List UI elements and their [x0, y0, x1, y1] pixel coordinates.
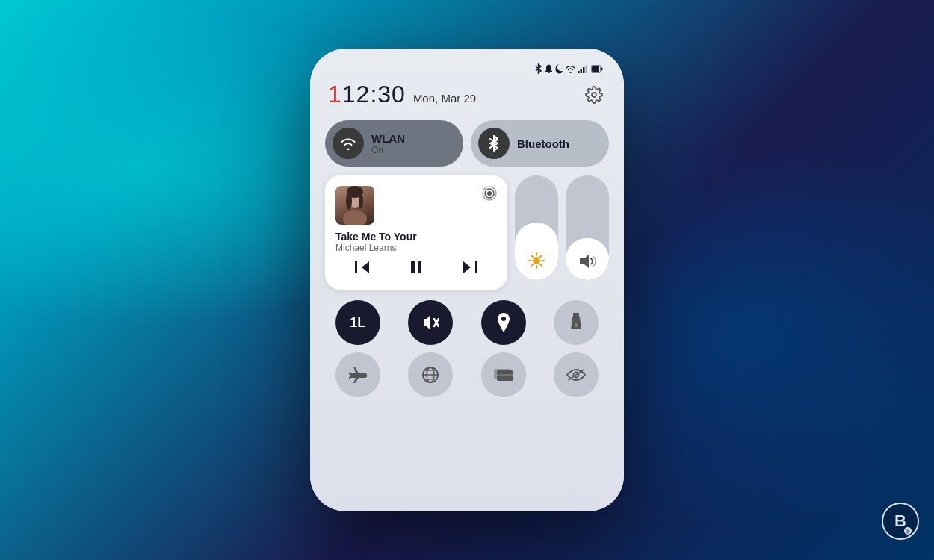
time-row: 112:30 Mon, Mar 29 — [325, 81, 609, 108]
album-art — [335, 186, 374, 225]
data-icon — [421, 367, 439, 383]
moon-status-icon — [555, 64, 563, 76]
time-date-group: 112:30 Mon, Mar 29 — [328, 81, 476, 108]
bluetooth-text: Bluetooth — [517, 137, 569, 150]
eye-icon — [566, 367, 586, 382]
location-icon — [495, 313, 512, 332]
wlan-toggle[interactable]: WLAN On — [325, 120, 463, 167]
artist-name: Michael Learns — [335, 243, 497, 253]
wlan-text: WLAN On — [371, 132, 405, 155]
bluetooth-icon — [478, 128, 510, 159]
flashlight-icon — [569, 313, 583, 332]
svg-text:B: B — [894, 511, 906, 530]
time-red-digit: 1 — [328, 81, 342, 108]
media-top — [335, 186, 497, 225]
data-button[interactable] — [408, 352, 453, 397]
cards-button[interactable] — [481, 352, 526, 397]
svg-rect-3 — [586, 65, 588, 73]
svg-marker-20 — [463, 261, 471, 273]
brightness-slider[interactable] — [515, 175, 558, 280]
airplane-icon — [349, 367, 367, 383]
phone-frame: 112:30 Mon, Mar 29 — [310, 49, 624, 511]
svg-line-28 — [540, 264, 542, 266]
notification-status-icon — [545, 64, 553, 76]
svg-point-13 — [487, 191, 492, 196]
svg-rect-17 — [355, 261, 357, 273]
svg-point-11 — [346, 192, 352, 210]
brightness-icon — [528, 252, 545, 273]
bluetooth-title: Bluetooth — [517, 137, 569, 150]
svg-rect-43 — [497, 370, 513, 381]
signal-status-icon — [578, 65, 589, 75]
svg-rect-36 — [575, 323, 578, 327]
phone-screen: 112:30 Mon, Mar 29 — [310, 49, 624, 511]
svg-rect-0 — [578, 71, 580, 73]
location-button[interactable] — [481, 300, 526, 345]
svg-rect-1 — [581, 69, 583, 73]
svg-line-29 — [540, 255, 542, 257]
status-icons — [534, 63, 603, 76]
bluetooth-toggle[interactable]: Bluetooth — [471, 120, 609, 167]
oneplus-button[interactable]: 1L — [335, 300, 380, 345]
wlan-title: WLAN — [371, 132, 405, 145]
wlan-icon — [333, 128, 364, 159]
svg-marker-31 — [580, 255, 589, 268]
media-card: Take Me To Your Michael Learns — [325, 175, 507, 290]
oneplus-label: 1L — [350, 315, 365, 331]
settings-button[interactable] — [582, 83, 606, 107]
bluetooth-status-icon — [534, 63, 542, 76]
svg-point-22 — [534, 258, 540, 264]
eye-button[interactable] — [554, 352, 599, 397]
svg-text:®: ® — [906, 529, 910, 535]
svg-rect-2 — [583, 67, 585, 73]
svg-rect-35 — [573, 313, 579, 317]
quick-toggles: WLAN On Bluetooth — [325, 120, 609, 167]
svg-point-12 — [359, 193, 363, 208]
cards-icon — [494, 367, 513, 382]
cast-icon[interactable] — [482, 186, 497, 205]
svg-point-9 — [343, 210, 367, 225]
previous-button[interactable] — [349, 259, 376, 279]
svg-rect-19 — [418, 261, 421, 273]
svg-rect-5 — [592, 66, 599, 72]
sliders-container — [515, 175, 609, 290]
svg-line-27 — [531, 255, 533, 257]
volume-icon — [579, 254, 596, 273]
date-display: Mon, Mar 29 — [413, 92, 476, 105]
next-button[interactable] — [457, 259, 483, 279]
clock-display: 112:30 — [328, 81, 406, 108]
quick-actions-row1: 1L — [325, 300, 609, 345]
media-sliders-row: Take Me To Your Michael Learns — [325, 175, 609, 290]
watermark: B ® — [882, 503, 919, 545]
battery-status-icon — [591, 65, 603, 75]
time-digits: 12:30 — [342, 81, 406, 108]
svg-marker-16 — [362, 261, 369, 273]
song-title: Take Me To Your — [335, 231, 497, 243]
svg-point-7 — [592, 93, 596, 97]
svg-rect-6 — [601, 67, 603, 70]
svg-point-34 — [501, 317, 506, 321]
svg-line-30 — [531, 264, 533, 266]
flashlight-button[interactable] — [554, 300, 599, 345]
svg-rect-21 — [475, 261, 477, 273]
mute-button[interactable] — [408, 300, 453, 345]
status-bar — [325, 62, 609, 81]
mute-icon — [421, 314, 439, 332]
wlan-subtitle: On — [371, 145, 405, 155]
media-info: Take Me To Your Michael Learns — [335, 231, 497, 253]
media-controls — [335, 259, 497, 279]
airplane-button[interactable] — [335, 352, 380, 397]
wifi-status-icon — [566, 65, 575, 75]
svg-rect-18 — [411, 261, 415, 273]
quick-actions-row2 — [325, 352, 609, 397]
volume-slider[interactable] — [566, 175, 609, 280]
pause-button[interactable] — [403, 259, 429, 279]
